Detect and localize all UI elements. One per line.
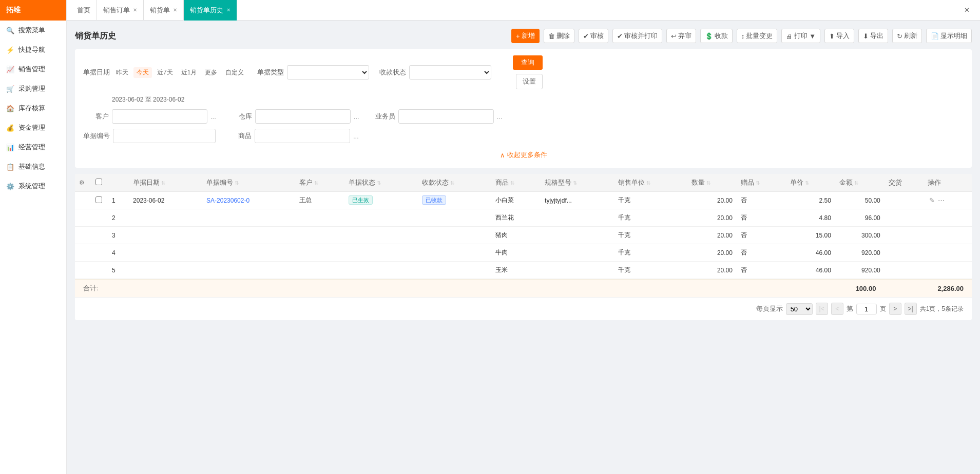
doc-no-input[interactable] xyxy=(113,129,216,143)
1month-btn[interactable]: 近1月 xyxy=(178,67,200,78)
th-doc-date[interactable]: 单据日期⇅ xyxy=(129,174,202,192)
import-button[interactable]: ⬆ 导入 xyxy=(824,29,854,43)
th-goods[interactable]: 商品⇅ xyxy=(491,174,541,192)
sidebar-item-quick-nav[interactable]: ⚡ 快捷导航 xyxy=(0,40,66,60)
filter-row-2: 客户 ... 仓库 ... 业务员 ... xyxy=(83,109,964,124)
warehouse-filter: 仓库 ... xyxy=(226,109,359,124)
th-gift[interactable]: 赠品⇅ xyxy=(737,174,786,192)
th-qty[interactable]: 数量⇅ xyxy=(687,174,737,192)
sidebar-item-ops-mgmt[interactable]: 📊 经营管理 xyxy=(0,137,66,157)
audit-button[interactable]: ✔ 审核 xyxy=(579,29,608,43)
total-amount: 2,286.00 xyxy=(937,285,964,292)
tabs-bar: 首页 销售订单 ✕ 销货单 ✕ 销货单历史 ✕ ✕ xyxy=(67,0,980,21)
collect-status-select[interactable] xyxy=(409,65,491,80)
edit-icon[interactable]: ✎ xyxy=(929,196,935,204)
sidebar: 拓维 🔍 搜索菜单 ⚡ 快捷导航 📈 销售管理 🛒 采购管理 🏠 库存核算 💰 … xyxy=(0,0,67,474)
sidebar-item-funds-mgmt[interactable]: 💰 资金管理 xyxy=(0,118,66,137)
tab-close-icon[interactable]: ✕ xyxy=(133,7,137,13)
goods-dots[interactable]: ... xyxy=(353,132,359,140)
th-spec[interactable]: 规格型号⇅ xyxy=(541,174,614,192)
sidebar-item-purchase-mgmt[interactable]: 🛒 采购管理 xyxy=(0,79,66,98)
batch-change-button[interactable]: ↕ 批量变更 xyxy=(737,29,778,43)
sort-icon: ⇅ xyxy=(510,180,514,186)
cell-settings xyxy=(75,227,91,244)
warehouse-dots[interactable]: ... xyxy=(354,113,359,121)
today-btn[interactable]: 今天 xyxy=(133,67,152,78)
cell-unit: 千克 xyxy=(614,209,687,227)
goods-input[interactable] xyxy=(255,129,350,143)
audit-print-button[interactable]: ✔ 审核并打印 xyxy=(612,29,662,43)
export-button[interactable]: ⬇ 导出 xyxy=(858,29,888,43)
prev-page-button[interactable]: < xyxy=(831,303,843,315)
collect-button[interactable]: 💲 收款 xyxy=(700,29,733,43)
sidebar-item-sales-mgmt[interactable]: 📈 销售管理 xyxy=(0,60,66,79)
sidebar-item-search-menu[interactable]: 🔍 搜索菜单 xyxy=(0,21,66,40)
sidebar-item-base-info[interactable]: 📋 基础信息 xyxy=(0,157,66,176)
batch-change-icon: ↕ xyxy=(741,32,745,40)
select-all-checkbox[interactable] xyxy=(95,179,102,185)
th-unit[interactable]: 销售单位⇅ xyxy=(614,174,687,192)
th-settings[interactable]: ⚙ xyxy=(75,174,91,192)
th-amount[interactable]: 金额⇅ xyxy=(835,174,885,192)
page-title: 销货单历史 xyxy=(75,31,116,42)
th-doc-no[interactable]: 单据编号⇅ xyxy=(202,174,295,192)
main-area: 首页 销售订单 ✕ 销货单 ✕ 销货单历史 ✕ ✕ 销货单历史 + 新增 xyxy=(67,0,980,474)
sort-icon: ⇅ xyxy=(314,180,318,186)
page-label-before: 第 xyxy=(847,304,853,313)
th-collect-status[interactable]: 收款状态⇅ xyxy=(418,174,491,192)
custom-btn[interactable]: 自定义 xyxy=(222,67,247,78)
row-checkbox[interactable] xyxy=(95,196,102,203)
th-doc-status[interactable]: 单据状态⇅ xyxy=(344,174,418,192)
cell-qty: 20.00 xyxy=(687,209,737,227)
show-detail-button[interactable]: 📄 显示明细 xyxy=(926,29,972,43)
refresh-button[interactable]: ↻ 刷新 xyxy=(892,29,922,43)
7days-btn[interactable]: 近7天 xyxy=(154,67,176,78)
close-all-tabs-button[interactable]: ✕ xyxy=(958,6,976,14)
goods-filter: 商品 ... xyxy=(226,129,359,143)
per-page-select[interactable]: 50 100 xyxy=(786,303,813,315)
yesterday-btn[interactable]: 昨天 xyxy=(113,67,131,78)
add-button[interactable]: + 新增 xyxy=(511,29,540,43)
tab-close-icon[interactable]: ✕ xyxy=(173,7,177,13)
page-number-input[interactable] xyxy=(856,304,877,314)
doc-type-select[interactable] xyxy=(287,65,369,80)
page-content: 销货单历史 + 新增 🗑 删除 ✔ 审核 ✔ 审核并打印 xyxy=(67,21,980,474)
delete-button[interactable]: 🗑 删除 xyxy=(544,29,574,43)
th-customer[interactable]: 客户⇅ xyxy=(295,174,344,192)
print-button[interactable]: 🖨 打印 ▼ xyxy=(781,29,820,43)
cell-spec xyxy=(541,209,614,227)
collapse-button[interactable]: ∧ 收起更多条件 xyxy=(83,148,964,162)
status-badge: 已生效 xyxy=(349,195,373,205)
warehouse-input[interactable] xyxy=(255,109,351,124)
tab-sales-goods[interactable]: 销货单 ✕ xyxy=(144,0,184,21)
last-page-button[interactable]: >| xyxy=(905,303,917,315)
cell-doc-status xyxy=(344,227,418,244)
sidebar-item-label: 采购管理 xyxy=(18,84,45,93)
customer-dots[interactable]: ... xyxy=(210,113,216,121)
abandon-button[interactable]: ↩ 弃审 xyxy=(666,29,696,43)
cell-doc-date xyxy=(129,227,202,244)
more-btn[interactable]: 更多 xyxy=(202,67,220,78)
cell-customer xyxy=(295,227,344,244)
salesperson-input[interactable] xyxy=(398,109,494,124)
cell-unit: 千克 xyxy=(614,227,687,244)
tab-sales-order[interactable]: 销售订单 ✕ xyxy=(97,0,144,21)
first-page-button[interactable]: |< xyxy=(816,303,828,315)
cell-customer xyxy=(295,209,344,227)
sort-icon: ⇅ xyxy=(161,180,165,186)
tab-home[interactable]: 首页 xyxy=(71,0,97,21)
salesperson-dots[interactable]: ... xyxy=(497,113,503,121)
cell-collect-status xyxy=(418,262,491,279)
sidebar-item-inventory[interactable]: 🏠 库存核算 xyxy=(0,98,66,118)
set-button[interactable]: 设置 xyxy=(516,74,543,89)
tab-sales-history[interactable]: 销货单历史 ✕ xyxy=(184,0,237,21)
sidebar-item-sys-mgmt[interactable]: ⚙️ 系统管理 xyxy=(0,176,66,196)
query-button[interactable]: 查询 xyxy=(513,55,543,70)
th-price[interactable]: 单价⇅ xyxy=(786,174,835,192)
tab-close-icon[interactable]: ✕ xyxy=(226,7,230,13)
tab-label: 销售订单 xyxy=(103,6,130,15)
customer-input[interactable] xyxy=(112,109,207,124)
more-icon[interactable]: ⋯ xyxy=(938,196,945,204)
next-page-button[interactable]: > xyxy=(889,303,901,315)
toolbar: + 新增 🗑 删除 ✔ 审核 ✔ 审核并打印 ↩ 弃审 xyxy=(511,29,972,43)
